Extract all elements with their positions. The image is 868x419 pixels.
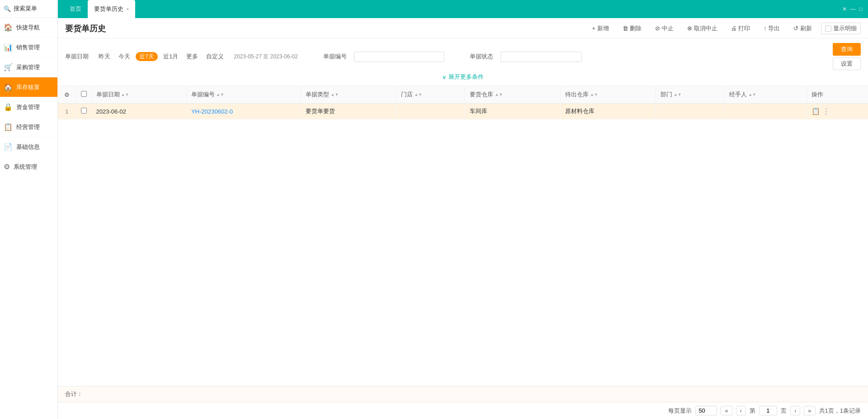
th-number-label: 单据编号	[191, 90, 215, 99]
window-minimize-button[interactable]: —	[850, 6, 856, 12]
export-button[interactable]: ↑ 导出	[759, 23, 784, 34]
th-pending-warehouse-label: 待出仓库	[565, 90, 589, 99]
topbar-actions: ✕ — □	[842, 6, 863, 12]
sidebar-search[interactable]: 🔍 搜索菜单	[0, 0, 57, 18]
tab-close-icon[interactable]: ×	[126, 6, 129, 12]
purchase-icon: 🛒	[4, 63, 13, 71]
table-row[interactable]: 1 2023-06-02 YH-20230602-0 要货单要货 车间库 原材料…	[58, 104, 868, 119]
table-header: ⚙ 单据日期 ▲▼ 单据编号	[58, 86, 868, 104]
date-opt-1month[interactable]: 近1月	[160, 52, 181, 61]
row-num: 1	[65, 108, 68, 115]
th-checkbox	[76, 86, 91, 104]
query-button[interactable]: 查询	[833, 43, 861, 56]
date-opt-more[interactable]: 更多	[184, 52, 201, 61]
first-page-button[interactable]: «	[721, 406, 732, 415]
query-actions: 查询 设置	[833, 43, 861, 70]
display-detail-button[interactable]: 显示明细	[821, 23, 861, 34]
sidebar-item-sales[interactable]: 📊 销售管理	[0, 38, 57, 57]
td-number[interactable]: YH-20230602-0	[187, 104, 301, 119]
row-action-view-icon[interactable]: 📋	[811, 107, 820, 115]
sidebar-item-inventory[interactable]: 🏠 库存核算	[0, 77, 57, 97]
sidebar-item-label: 库存核算	[16, 83, 40, 91]
td-date: 2023-06-02	[91, 104, 187, 119]
table-wrapper: ⚙ 单据日期 ▲▼ 单据编号	[58, 86, 868, 386]
row-action-more-icon[interactable]: ⋮	[823, 107, 830, 115]
th-store[interactable]: 门店 ▲▼	[396, 86, 465, 104]
td-settings: 1	[58, 104, 76, 119]
th-date-label: 单据日期	[96, 90, 120, 99]
sort-arrows-number: ▲▼	[216, 93, 224, 97]
th-department[interactable]: 部门 ▲▼	[656, 86, 724, 104]
stop-button[interactable]: ⊘ 中止	[651, 23, 678, 34]
tab-active-label: 要货单历史	[94, 5, 123, 13]
filter-area: 单据日期 昨天 今天 近7天 近1月 更多 自定义 2023-05-27 至 2…	[58, 38, 868, 86]
doc-number-input[interactable]	[354, 52, 444, 62]
doc-number-label: 单据编号	[323, 52, 347, 61]
th-actions: 操作	[807, 86, 868, 104]
print-button[interactable]: 🖨 打印	[726, 23, 755, 34]
date-opt-7days[interactable]: 近7天	[136, 52, 158, 61]
finance-icon: 🔒	[4, 103, 13, 111]
sort-arrows-department: ▲▼	[674, 93, 682, 97]
doc-status-label: 单据状态	[470, 52, 493, 61]
cancel-stop-button[interactable]: ⊗ 取消中止	[683, 23, 722, 34]
page-number-input[interactable]	[759, 406, 777, 415]
th-number[interactable]: 单据编号 ▲▼	[187, 86, 301, 104]
pagination-bar: 每页显示 20 50 100 « ‹ 第 页 › » 共1页，1条记录	[58, 402, 868, 419]
filter-row-1: 单据日期 昨天 今天 近7天 近1月 更多 自定义 2023-05-27 至 2…	[65, 43, 861, 70]
per-page-select[interactable]: 20 50 100	[695, 406, 717, 415]
th-store-label: 门店	[401, 90, 413, 99]
add-button[interactable]: + 新增	[588, 23, 613, 34]
tab-home[interactable]: 首页	[63, 0, 88, 18]
date-range-display: 2023-05-27 至 2023-06-02	[234, 53, 297, 61]
th-settings[interactable]: ⚙	[58, 86, 76, 104]
sidebar-item-purchase[interactable]: 🛒 采购管理	[0, 57, 57, 77]
date-opt-today[interactable]: 今天	[116, 52, 133, 61]
delete-button[interactable]: 🗑 删除	[618, 23, 646, 34]
sidebar-item-label: 资金管理	[16, 103, 40, 111]
th-date[interactable]: 单据日期 ▲▼	[91, 86, 187, 104]
th-pending-warehouse[interactable]: 待出仓库 ▲▼	[561, 86, 656, 104]
window-close-button[interactable]: ✕	[842, 6, 847, 12]
sidebar-item-label: 采购管理	[16, 63, 40, 71]
doc-status-select[interactable]	[500, 52, 582, 62]
search-icon: 🔍	[4, 5, 11, 12]
window-maximize-button[interactable]: □	[859, 6, 863, 12]
sidebar-item-operations[interactable]: 📋 经营管理	[0, 117, 57, 137]
tab-requisition-history[interactable]: 要货单历史 ×	[88, 0, 135, 18]
doc-number-link[interactable]: YH-20230602-0	[191, 108, 233, 115]
sidebar-search-label: 搜索菜单	[14, 5, 37, 13]
sidebar-item-basic[interactable]: 📄 基础信息	[0, 137, 57, 157]
per-page-label: 每页显示	[668, 407, 692, 415]
th-req-warehouse[interactable]: 要货仓库 ▲▼	[465, 86, 561, 104]
sort-arrows-req-warehouse: ▲▼	[495, 93, 503, 97]
td-handler	[725, 104, 807, 119]
sidebar-item-system[interactable]: ⚙ 系统管理	[0, 157, 57, 177]
sidebar: 🔍 搜索菜单 🏠 快捷导航 📊 销售管理 🛒 采购管理 🏠 库存核算 🔒 资金管…	[0, 0, 58, 419]
sidebar-item-label: 快捷导航	[16, 24, 40, 32]
select-all-checkbox[interactable]	[81, 91, 87, 97]
expand-more-label: 展开更多条件	[448, 73, 484, 81]
setting-button[interactable]: 设置	[833, 57, 861, 70]
sort-arrows-date: ▲▼	[121, 93, 129, 97]
prev-page-button[interactable]: ‹	[736, 406, 746, 415]
td-department	[656, 104, 724, 119]
main-table: ⚙ 单据日期 ▲▼ 单据编号	[58, 86, 868, 119]
sidebar-item-label: 销售管理	[16, 43, 40, 52]
td-pending-warehouse: 原材料仓库	[561, 104, 656, 119]
row-checkbox[interactable]	[81, 108, 87, 114]
doc-status-wrapper	[500, 52, 582, 62]
page-title: 要货单历史	[65, 23, 106, 34]
date-opt-custom[interactable]: 自定义	[203, 52, 226, 61]
next-page-button[interactable]: ›	[790, 406, 800, 415]
sidebar-item-finance[interactable]: 🔒 资金管理	[0, 97, 57, 117]
th-type[interactable]: 单据类型 ▲▼	[301, 86, 396, 104]
last-page-button[interactable]: »	[804, 406, 815, 415]
sidebar-item-label: 经营管理	[16, 123, 40, 131]
th-handler[interactable]: 经手人 ▲▼	[725, 86, 807, 104]
refresh-button[interactable]: ↺ 刷新	[789, 23, 816, 34]
inventory-icon: 🏠	[4, 83, 13, 91]
date-opt-yesterday[interactable]: 昨天	[96, 52, 113, 61]
expand-more-button[interactable]: ∨ 展开更多条件	[65, 73, 861, 81]
sidebar-item-quick-nav[interactable]: 🏠 快捷导航	[0, 18, 57, 38]
